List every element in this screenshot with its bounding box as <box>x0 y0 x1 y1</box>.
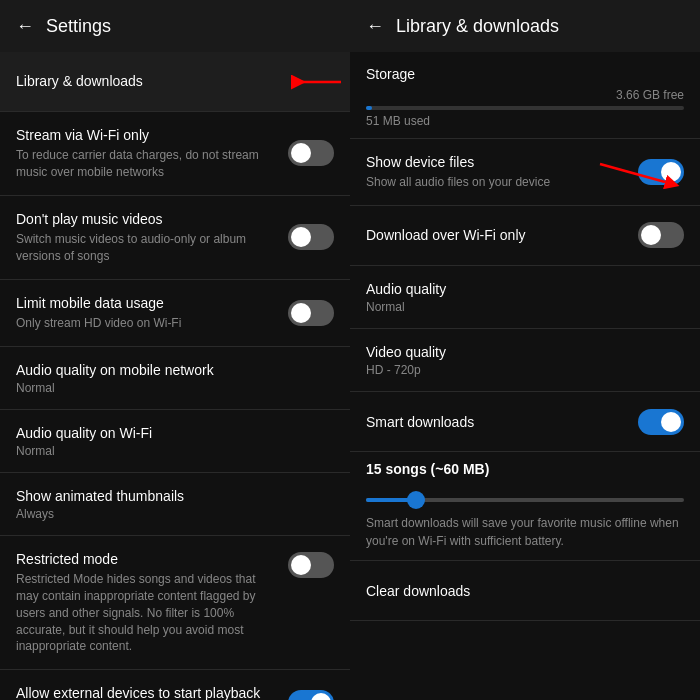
setting-subtitle: Show all audio files on your device <box>366 174 628 191</box>
smart-downloads-slider-container[interactable] <box>350 482 700 506</box>
setting-value: Always <box>16 507 324 521</box>
right-back-arrow[interactable]: ← <box>366 16 384 37</box>
setting-text: Smart downloads <box>366 413 638 431</box>
left-panel-content: Library & downloads Stream via Wi-Fi onl… <box>0 52 350 700</box>
setting-title: Audio quality <box>366 280 674 298</box>
setting-title: Video quality <box>366 343 674 361</box>
show-device-files-toggle[interactable] <box>638 159 684 185</box>
left-panel-header: ← Settings <box>0 0 350 52</box>
setting-subtitle: Restricted Mode hides songs and videos t… <box>16 571 278 655</box>
storage-label: Storage <box>366 66 684 82</box>
right-panel-header: ← Library & downloads <box>350 0 700 52</box>
smart-downloads-toggle[interactable] <box>638 409 684 435</box>
setting-title: Clear downloads <box>366 582 674 600</box>
setting-download-wifi[interactable]: Download over Wi-Fi only <box>350 206 700 266</box>
setting-limit-mobile[interactable]: Limit mobile data usage Only stream HD v… <box>0 280 350 347</box>
setting-value: Normal <box>366 300 674 314</box>
setting-audio-quality-wifi[interactable]: Audio quality on Wi-Fi Normal <box>0 410 350 473</box>
setting-text: Audio quality Normal <box>366 280 684 314</box>
setting-title: Smart downloads <box>366 413 628 431</box>
right-panel-title: Library & downloads <box>396 16 559 37</box>
slider-track[interactable] <box>366 498 684 502</box>
setting-value: Normal <box>16 381 324 395</box>
setting-video-quality[interactable]: Video quality HD - 720p <box>350 329 700 392</box>
setting-subtitle: Switch music videos to audio-only or alb… <box>16 231 278 265</box>
setting-show-device-files[interactable]: Show device files Show all audio files o… <box>350 139 700 206</box>
setting-restricted-mode[interactable]: Restricted mode Restricted Mode hides so… <box>0 536 350 670</box>
setting-title: Download over Wi-Fi only <box>366 226 628 244</box>
setting-value: Normal <box>16 444 324 458</box>
setting-text: Download over Wi-Fi only <box>366 226 638 244</box>
setting-text: Don't play music videos Switch music vid… <box>16 210 288 265</box>
songs-count-label: 15 songs (~60 MB) <box>366 461 489 477</box>
setting-value: HD - 720p <box>366 363 674 377</box>
setting-title: Audio quality on Wi-Fi <box>16 424 324 442</box>
stream-wifi-toggle[interactable] <box>288 140 334 166</box>
setting-title: Don't play music videos <box>16 210 278 228</box>
setting-title: Show animated thumbnails <box>16 487 324 505</box>
setting-stream-wifi[interactable]: Stream via Wi-Fi only To reduce carrier … <box>0 112 350 196</box>
setting-audio-quality-mobile[interactable]: Audio quality on mobile network Normal <box>0 347 350 410</box>
setting-text: Video quality HD - 720p <box>366 343 684 377</box>
setting-title: Allow external devices to start playback <box>16 684 278 700</box>
red-arrow-left <box>286 70 346 94</box>
setting-text: Show device files Show all audio files o… <box>366 153 638 191</box>
setting-title: Library & downloads <box>16 72 324 90</box>
setting-library-downloads[interactable]: Library & downloads <box>0 52 350 112</box>
right-panel-content: Storage 3.66 GB free 51 MB used Show dev… <box>350 52 700 700</box>
setting-external-devices[interactable]: Allow external devices to start playback… <box>0 670 350 700</box>
setting-title: Limit mobile data usage <box>16 294 278 312</box>
setting-text: Audio quality on Wi-Fi Normal <box>16 424 334 458</box>
setting-text: Audio quality on mobile network Normal <box>16 361 334 395</box>
setting-subtitle: Only stream HD video on Wi-Fi <box>16 315 278 332</box>
setting-text: Allow external devices to start playback… <box>16 684 288 700</box>
storage-bar-fill <box>366 106 372 110</box>
storage-bar-container <box>366 106 684 110</box>
dont-play-videos-toggle[interactable] <box>288 224 334 250</box>
right-panel: ← Library & downloads Storage 3.66 GB fr… <box>350 0 700 700</box>
setting-audio-quality[interactable]: Audio quality Normal <box>350 266 700 329</box>
setting-title: Audio quality on mobile network <box>16 361 324 379</box>
songs-count-container: 15 songs (~60 MB) <box>350 452 700 482</box>
storage-free: 3.66 GB free <box>366 88 684 102</box>
setting-title: Show device files <box>366 153 628 171</box>
left-back-arrow[interactable]: ← <box>16 16 34 37</box>
storage-section: Storage 3.66 GB free 51 MB used <box>350 52 700 139</box>
left-panel-title: Settings <box>46 16 111 37</box>
external-devices-toggle[interactable] <box>288 690 334 700</box>
limit-mobile-toggle[interactable] <box>288 300 334 326</box>
setting-text: Stream via Wi-Fi only To reduce carrier … <box>16 126 288 181</box>
setting-clear-downloads[interactable]: Clear downloads <box>350 561 700 621</box>
setting-text: Show animated thumbnails Always <box>16 487 334 521</box>
left-panel: ← Settings Library & downloads Stream vi… <box>0 0 350 700</box>
setting-text: Restricted mode Restricted Mode hides so… <box>16 550 288 655</box>
setting-text: Limit mobile data usage Only stream HD v… <box>16 294 288 332</box>
setting-smart-downloads[interactable]: Smart downloads <box>350 392 700 452</box>
setting-title: Stream via Wi-Fi only <box>16 126 278 144</box>
setting-animated-thumbnails[interactable]: Show animated thumbnails Always <box>0 473 350 536</box>
restricted-mode-toggle[interactable] <box>288 552 334 578</box>
setting-title: Restricted mode <box>16 550 278 568</box>
download-wifi-toggle[interactable] <box>638 222 684 248</box>
smart-downloads-description: Smart downloads will save your favorite … <box>350 506 700 561</box>
setting-text: Clear downloads <box>366 582 684 600</box>
setting-subtitle: To reduce carrier data charges, do not s… <box>16 147 278 181</box>
storage-used: 51 MB used <box>366 114 684 128</box>
setting-dont-play-videos[interactable]: Don't play music videos Switch music vid… <box>0 196 350 280</box>
